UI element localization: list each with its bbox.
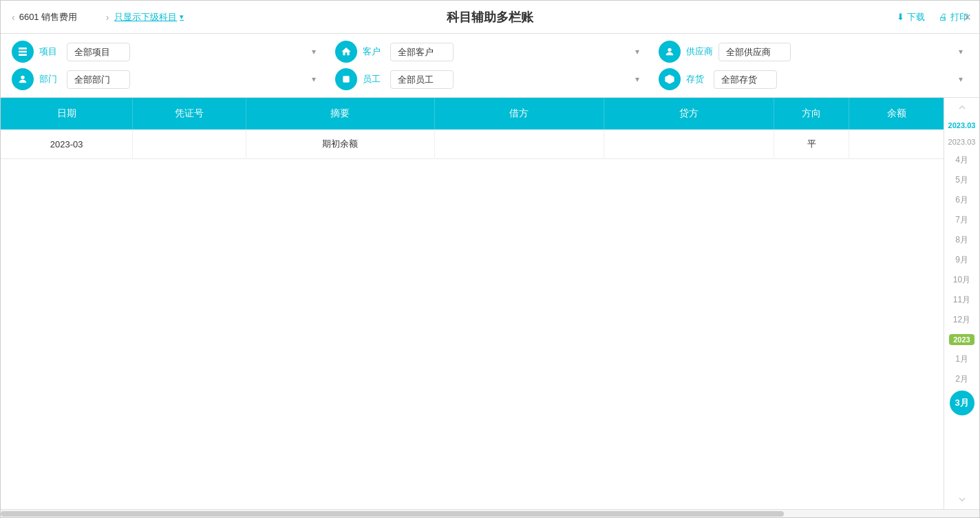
col-date: 日期 [1, 98, 133, 130]
cell-date: 2023-03 [1, 130, 133, 159]
filter-employee: 员工 全部员工 [335, 68, 645, 90]
cell-balance [849, 130, 944, 159]
timeline-item-4[interactable]: 4月 [944, 150, 979, 170]
timeline-items: 2023.03 2023.03 4月 5月 6月 7月 8月 9月 10月 11… [944, 117, 979, 490]
col-debit: 借方 [434, 98, 604, 130]
year-badge: 2023 [949, 334, 974, 345]
close-button[interactable]: × [963, 10, 971, 24]
table-row: 2023-03 期初余额 平 [1, 130, 944, 159]
filter-area: 项目 全部项目 客户 全部客户 [1, 34, 979, 98]
table-container: 日期 凭证号 摘要 借方 贷方 方向 余额 2023-03 期初余额 [1, 98, 944, 509]
timeline-item-12[interactable]: 12月 [944, 310, 979, 330]
employee-select-wrapper: 全部员工 [390, 70, 645, 89]
account-code-label: 6601 销售费用 [19, 11, 102, 23]
main-window: ‹ 6601 销售费用 › 只显示下级科目 ▾ 科目辅助多栏账 ⬇ 下载 🖨 打… [0, 0, 980, 518]
timeline-item-5[interactable]: 5月 [944, 170, 979, 190]
col-summary: 摘要 [246, 98, 434, 130]
department-select[interactable]: 全部部门 [67, 70, 130, 89]
download-label: 下载 [907, 11, 925, 23]
chevron-down-icon: ▾ [180, 12, 184, 21]
customer-label: 客户 [363, 45, 385, 58]
bottom-scrollbar[interactable] [1, 509, 979, 517]
filter-inventory: 存货 全部存货 [659, 68, 968, 90]
table-header-row: 日期 凭证号 摘要 借方 贷方 方向 余额 [1, 98, 944, 130]
filter-customer: 客户 全部客户 [335, 41, 645, 63]
filter-supplier: 供应商 全部供应商 [659, 41, 968, 63]
col-credit: 贷方 [604, 98, 774, 130]
cell-debit [434, 130, 604, 159]
department-icon [12, 68, 34, 90]
download-button[interactable]: ⬇ 下载 [897, 11, 925, 23]
employee-icon [335, 68, 357, 90]
customer-select-wrapper: 全部客户 [390, 43, 645, 61]
download-icon: ⬇ [897, 12, 904, 22]
timeline-scroll-down-button[interactable] [944, 490, 979, 509]
print-icon: 🖨 [939, 12, 948, 22]
filter-project: 项目 全部项目 [12, 41, 321, 63]
timeline-item-2[interactable]: 2月 [944, 369, 979, 389]
filter-row-2: 部门 全部部门 员工 全部员工 [12, 68, 968, 90]
filter-row-1: 项目 全部项目 客户 全部客户 [12, 41, 968, 63]
col-balance: 余额 [849, 98, 944, 130]
svg-rect-1 [19, 51, 27, 53]
data-table: 日期 凭证号 摘要 借方 贷方 方向 余额 2023-03 期初余额 [1, 98, 944, 159]
supplier-select-wrapper: 全部供应商 [718, 43, 968, 61]
project-icon [12, 41, 34, 63]
svg-point-3 [668, 48, 671, 52]
project-select[interactable]: 全部项目 [67, 43, 130, 61]
timeline-item-2023-03-a[interactable]: 2023.03 [944, 117, 979, 134]
employee-select[interactable]: 全部员工 [390, 70, 454, 89]
department-select-wrapper: 全部部门 [67, 70, 321, 89]
nav-next-button[interactable]: › [106, 12, 109, 23]
timeline-item-8[interactable]: 8月 [944, 230, 979, 250]
project-label: 项目 [39, 45, 61, 58]
timeline-item-6[interactable]: 6月 [944, 190, 979, 210]
cell-summary: 期初余额 [246, 130, 434, 159]
department-label: 部门 [39, 73, 61, 85]
timeline-item-3-selected[interactable]: 3月 [950, 391, 974, 415]
inventory-icon [659, 68, 681, 90]
timeline-item-1[interactable]: 1月 [944, 349, 979, 369]
col-direction: 方向 [774, 98, 849, 130]
cell-voucher [133, 130, 246, 159]
timeline-item-9[interactable]: 9月 [944, 250, 979, 270]
supplier-label: 供应商 [686, 45, 713, 58]
svg-point-4 [21, 76, 24, 79]
cell-credit [604, 130, 774, 159]
supplier-icon [659, 41, 681, 63]
customer-icon [335, 41, 357, 63]
inventory-label: 存货 [686, 73, 708, 85]
customer-select[interactable]: 全部客户 [390, 43, 454, 61]
svg-rect-2 [19, 54, 27, 56]
svg-rect-0 [19, 48, 27, 50]
timeline-item-7[interactable]: 7月 [944, 210, 979, 230]
nav-prev-button[interactable]: ‹ [12, 12, 15, 23]
cell-direction: 平 [774, 130, 849, 159]
timeline-scroll-up-button[interactable] [944, 98, 979, 117]
toolbar-right: ⬇ 下载 🖨 打印 [897, 11, 968, 23]
supplier-select[interactable]: 全部供应商 [718, 43, 791, 61]
filter-department: 部门 全部部门 [12, 68, 321, 90]
title-bar: ‹ 6601 销售费用 › 只显示下级科目 ▾ 科目辅助多栏账 ⬇ 下载 🖨 打… [1, 1, 979, 34]
timeline-item-10[interactable]: 10月 [944, 270, 979, 290]
col-voucher: 凭证号 [133, 98, 246, 130]
svg-rect-5 [343, 76, 349, 82]
show-sub-button[interactable]: 只显示下级科目 ▾ [114, 11, 184, 23]
timeline-item-2023-03-b[interactable]: 2023.03 [944, 134, 979, 150]
employee-label: 员工 [363, 73, 385, 85]
timeline-sidebar: 2023.03 2023.03 4月 5月 6月 7月 8月 9月 10月 11… [944, 98, 979, 509]
inventory-select-wrapper: 全部存货 [714, 70, 968, 89]
project-select-wrapper: 全部项目 [67, 43, 321, 61]
show-sub-label: 只显示下级科目 [114, 11, 177, 23]
inventory-select[interactable]: 全部存货 [714, 70, 777, 89]
account-nav: ‹ 6601 销售费用 › [12, 11, 109, 23]
timeline-item-11[interactable]: 11月 [944, 290, 979, 310]
page-title: 科目辅助多栏账 [447, 9, 533, 25]
scrollbar-thumb [1, 511, 784, 517]
